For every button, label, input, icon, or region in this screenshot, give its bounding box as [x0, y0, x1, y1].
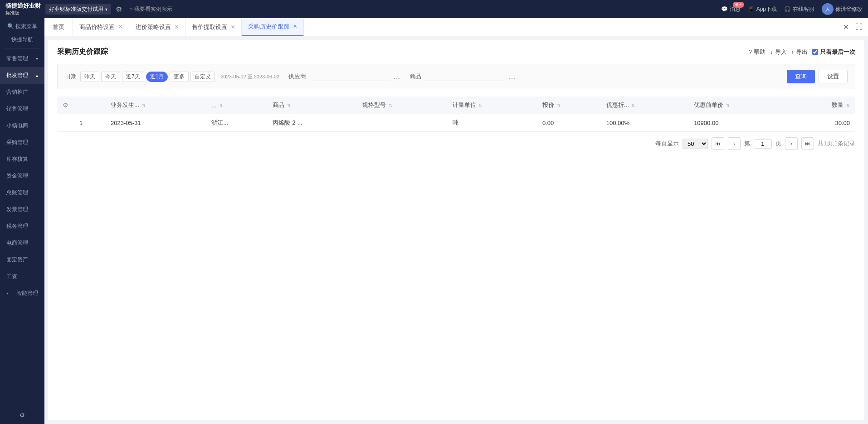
- page-prefix-label: 第: [744, 140, 750, 148]
- sort-icon: ⇅: [726, 103, 730, 108]
- pagination-last-btn[interactable]: ⏭: [801, 137, 814, 150]
- sidebar-item-purchase[interactable]: 采购管理: [0, 134, 44, 151]
- messages-btn[interactable]: 💬 消息 99+: [721, 5, 741, 13]
- sidebar-item-payroll[interactable]: 工资: [0, 268, 44, 285]
- sidebar-item-general-ledger[interactable]: 总账管理: [0, 184, 44, 201]
- avatar: 人: [822, 3, 834, 15]
- main-layout: 🔍 搜索菜单 快捷导航 零售管理 ▾ 批发管理 ▴ 营销推广 销售管理 小畅电商…: [0, 18, 868, 424]
- sidebar-item-finance[interactable]: 资金管理: [0, 168, 44, 184]
- col-pre-discount-price[interactable]: 优惠前单价 ⇅: [688, 96, 791, 114]
- tab-sale-price[interactable]: 售价提取设置 ✕: [185, 18, 242, 36]
- date-btn-last1month[interactable]: 近1月: [146, 72, 168, 82]
- date-btn-today[interactable]: 今天: [101, 72, 120, 82]
- sidebar-item-smart[interactable]: 智能管理: [0, 285, 44, 302]
- sidebar-item-invoice[interactable]: 发票管理: [0, 201, 44, 218]
- user-menu[interactable]: 人 徐泽华修改: [822, 3, 863, 15]
- goods-input[interactable]: [425, 72, 505, 81]
- tab-bar: 首页 商品价格设置 ✕ 进价策略设置 ✕ 售价提取设置 ✕ 采购历史价跟踪 ✕ …: [44, 18, 868, 36]
- col-spec[interactable]: 规格型号 ⇅: [357, 96, 447, 114]
- online-service-btn[interactable]: 🎧 在线客服: [784, 5, 814, 13]
- sidebar-item-marketing[interactable]: 营销推广: [0, 84, 44, 101]
- tab-home[interactable]: 首页: [44, 18, 73, 36]
- sidebar-item-tax[interactable]: 税务管理: [0, 218, 44, 235]
- row-spec-cell: [357, 114, 447, 132]
- col-extra[interactable]: ... ⇅: [206, 96, 267, 114]
- sort-icon: ⇅: [846, 103, 850, 108]
- sort-icon: ⇅: [389, 103, 392, 108]
- sidebar-item-sales[interactable]: 销售管理: [0, 101, 44, 117]
- sidebar-quick-nav[interactable]: 快捷导航: [0, 33, 44, 46]
- per-page-label: 每页显示: [655, 140, 679, 148]
- col-settings[interactable]: ⚙: [57, 96, 74, 114]
- tab-purchase-history[interactable]: 采购历史价跟踪 ✕: [242, 18, 304, 36]
- sidebar-item-wholesale[interactable]: 批发管理 ▴: [0, 67, 44, 84]
- per-page-select[interactable]: 20 50 100 200: [683, 139, 708, 149]
- row-goods-cell: 丙烯酸-2-...: [267, 114, 357, 132]
- tab-close-icon[interactable]: ✕: [175, 24, 179, 30]
- tab-purchase-strategy[interactable]: 进价策略设置 ✕: [129, 18, 185, 36]
- pagination-prev-btn[interactable]: ‹: [728, 137, 741, 150]
- app-download-btn[interactable]: 📱 App下载: [748, 5, 777, 13]
- col-no: [74, 96, 105, 114]
- col-business-date[interactable]: 业务发生... ⇅: [105, 96, 206, 114]
- date-btn-yesterday[interactable]: 昨天: [80, 72, 99, 82]
- chevron-icon: ▾: [36, 56, 38, 61]
- only-last-input[interactable]: [812, 49, 818, 55]
- col-discount[interactable]: 优惠折... ⇅: [601, 96, 688, 114]
- demo-link[interactable]: ○ 我要看实例演示: [129, 5, 172, 13]
- pagination: 每页显示 20 50 100 200 ⏮ ‹ 第 页 › ⏭ 共1页,1条记录: [57, 132, 855, 155]
- setting-button[interactable]: 设置: [819, 70, 848, 83]
- date-buttons: 昨天 今天 近7天 近1月 更多 自定义: [80, 72, 215, 82]
- goods-label: 商品: [410, 72, 421, 81]
- query-button[interactable]: 查询: [787, 70, 815, 83]
- date-btn-custom[interactable]: 自定义: [190, 72, 215, 82]
- import-btn[interactable]: ↓ 导入: [770, 48, 787, 56]
- pagination-next-btn[interactable]: ›: [785, 137, 798, 150]
- app-logo: 畅捷通好业财 标准版: [5, 2, 41, 16]
- col-quantity[interactable]: 数量 ⇅: [791, 96, 855, 114]
- col-goods[interactable]: 商品 ⇅: [267, 96, 357, 114]
- page-input[interactable]: [754, 139, 772, 149]
- tab-close-icon[interactable]: ✕: [231, 24, 235, 30]
- goods-dots[interactable]: …: [508, 72, 516, 81]
- sidebar-item-ecommerce[interactable]: 电商管理: [0, 235, 44, 251]
- settings-gear-icon[interactable]: ⚙: [116, 5, 122, 14]
- version-selector[interactable]: 好业财标准版交付试用 ▾: [45, 4, 111, 14]
- tab-close-icon[interactable]: ✕: [118, 24, 122, 30]
- tab-close-icon[interactable]: ✕: [293, 24, 297, 29]
- sidebar-item-fixed-assets[interactable]: 固定资产: [0, 251, 44, 268]
- topbar-right: 💬 消息 99+ 📱 App下载 🎧 在线客服 人 徐泽华修改: [721, 3, 863, 15]
- filter-goods-group: 商品 …: [410, 72, 516, 81]
- sort-icon: ⇅: [219, 103, 223, 108]
- row-discount-cell: 100.00%: [601, 114, 688, 132]
- sidebar-item-inventory[interactable]: 库存核算: [0, 151, 44, 168]
- supplier-label: 供应商: [288, 72, 306, 81]
- date-btn-last7[interactable]: 近7天: [122, 72, 144, 82]
- sidebar-search[interactable]: 🔍 搜索菜单: [0, 18, 44, 33]
- filter-supplier-group: 供应商 …: [288, 72, 400, 81]
- supplier-input[interactable]: [310, 72, 390, 81]
- page-content: 采购历史价跟踪 ? 帮助 ↓ 导入 ↑ 导出: [48, 40, 864, 420]
- date-btn-more[interactable]: 更多: [170, 72, 189, 82]
- col-unit[interactable]: 计量单位 ⇅: [447, 96, 537, 114]
- page-header: 采购历史价跟踪 ? 帮助 ↓ 导入 ↑ 导出: [57, 47, 855, 57]
- only-last-checkbox[interactable]: 只看最后一次: [812, 48, 855, 56]
- filter-row: 日期 昨天 今天 近7天 近1月 更多 自定义 2023-05-02 至 202…: [65, 70, 848, 83]
- tab-close-window-btn[interactable]: ✕: [841, 22, 851, 32]
- help-btn[interactable]: ? 帮助: [749, 48, 766, 56]
- export-btn[interactable]: ↑ 导出: [791, 48, 808, 56]
- supplier-dots[interactable]: …: [393, 72, 400, 81]
- date-label: 日期: [65, 72, 77, 81]
- tab-expand-btn[interactable]: ⛶: [853, 22, 864, 32]
- demo-icon: ○: [129, 6, 132, 12]
- tab-price[interactable]: 商品价格设置 ✕: [73, 18, 129, 36]
- pagination-first-btn[interactable]: ⏮: [712, 137, 724, 150]
- sidebar-gear-btn[interactable]: ⚙: [0, 406, 44, 424]
- sidebar-item-ecommerce-small[interactable]: 小畅电商: [0, 117, 44, 134]
- sidebar-item-retail[interactable]: 零售管理 ▾: [0, 50, 44, 67]
- col-price[interactable]: 报价 ⇅: [537, 96, 601, 114]
- pagination-total: 共1页,1条记录: [818, 140, 855, 148]
- sort-icon: ⇅: [287, 103, 291, 108]
- row-unit-cell: 吨: [447, 114, 537, 132]
- table-gear-icon[interactable]: ⚙: [63, 101, 68, 109]
